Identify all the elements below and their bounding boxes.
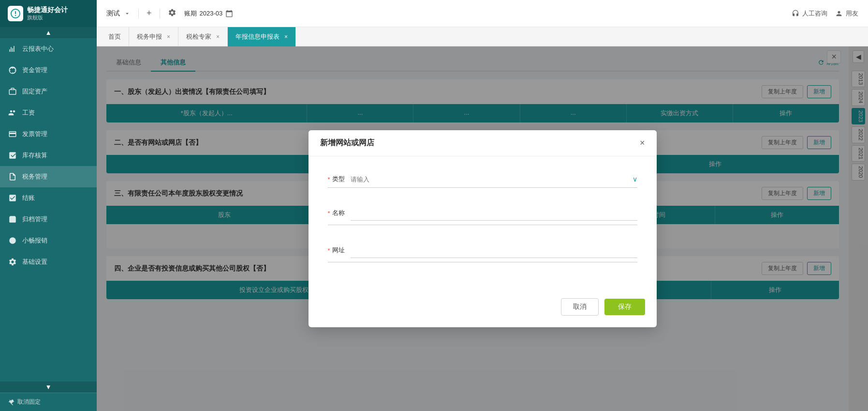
name-label: * 名称 (328, 209, 345, 217)
sidebar-item-label: 结账 (22, 194, 35, 202)
sidebar-item-tax[interactable]: 税务管理 (0, 166, 97, 187)
url-label: * 网址 (328, 246, 345, 255)
type-required: * (328, 176, 330, 183)
save-button[interactable]: 保存 (604, 299, 645, 315)
sidebar-item-archive[interactable]: 归档管理 (0, 209, 97, 230)
type-input[interactable] (351, 176, 633, 183)
fund-icon (8, 65, 17, 75)
payroll-icon (8, 108, 17, 118)
sidebar-item-label: 固定资产 (22, 87, 47, 96)
sidebar: 畅捷通好会计 旗舰版 ▲ 云报表中心 资金管理 固 (0, 0, 97, 411)
sidebar-header: 畅捷通好会计 旗舰版 (0, 0, 97, 27)
tab-annual-report[interactable]: 年报信息申报表 × (228, 27, 296, 46)
period-display: 账期 2023-03 (184, 9, 234, 18)
app-title: 畅捷通好会计 (27, 6, 68, 14)
tab-home-label: 首页 (108, 32, 121, 41)
type-label: * 类型 (328, 175, 345, 183)
service-button[interactable]: 人工咨询 (792, 9, 827, 18)
period-value: 2023-03 (200, 10, 223, 17)
sidebar-scroll-down[interactable]: ▼ (0, 381, 97, 393)
type-select-row: * 类型 ∨ (328, 171, 637, 188)
name-required: * (328, 210, 330, 217)
modal-footer: 取消 保存 (309, 290, 657, 327)
sidebar-item-assets[interactable]: 固定资产 (0, 81, 97, 102)
user-label: 用友 (846, 9, 858, 18)
sidebar-item-checkout[interactable]: 结账 (0, 187, 97, 209)
tab-annual-report-label: 年报信息申报表 (235, 32, 280, 41)
svg-point-0 (9, 237, 16, 244)
user-icon (835, 10, 843, 17)
modal-overlay: 新增网站或网店 × * 类型 ∨ (97, 46, 868, 411)
topbar-divider2 (160, 9, 160, 18)
tab-tax-expert-label: 税检专家 (186, 32, 211, 41)
tab-bar: 首页 税务申报 × 税检专家 × 年报信息申报表 × (97, 27, 868, 46)
gear-button[interactable] (168, 8, 177, 18)
company-name: 测试 (106, 9, 120, 18)
settings-icon (8, 257, 17, 267)
sidebar-item-cloud-report[interactable]: 云报表中心 (0, 38, 97, 60)
sidebar-item-label: 库存核算 (22, 151, 47, 160)
url-required: * (328, 247, 330, 254)
sidebar-item-label: 小畅报销 (22, 236, 47, 245)
invoice-icon (8, 129, 17, 139)
sidebar-item-label: 基础设置 (22, 258, 47, 266)
modal-close-button[interactable]: × (640, 138, 645, 148)
type-dropdown-icon[interactable]: ∨ (633, 175, 637, 183)
tab-home[interactable]: 首页 (101, 27, 129, 46)
tab-tax-report-close[interactable]: × (167, 33, 170, 40)
modal-header: 新增网站或网店 × (309, 130, 657, 156)
company-selector[interactable]: 测试 (106, 9, 131, 18)
modal-field-name: * 名称 (328, 201, 637, 225)
sidebar-item-xiaochang[interactable]: 小畅报销 (0, 230, 97, 251)
inventory-icon (8, 151, 17, 160)
sidebar-item-settings[interactable]: 基础设置 (0, 251, 97, 273)
sidebar-footer: 取消固定 (0, 393, 97, 411)
modal-add-website: 新增网站或网店 × * 类型 ∨ (309, 130, 657, 327)
app-title-group: 畅捷通好会计 旗舰版 (27, 6, 68, 21)
sidebar-item-label: 税务管理 (22, 172, 47, 181)
app-logo (8, 6, 23, 21)
assets-icon (8, 87, 17, 96)
period-label: 账期 (184, 9, 197, 18)
url-input[interactable] (351, 243, 637, 258)
sidebar-item-label: 资金管理 (22, 66, 47, 75)
archive-icon (8, 214, 17, 224)
sidebar-item-label: 工资 (22, 108, 35, 117)
add-button[interactable]: + (147, 8, 152, 18)
user-menu[interactable]: 用友 (835, 9, 858, 18)
sidebar-item-label: 发票管理 (22, 130, 47, 138)
tab-tax-expert-close[interactable]: × (216, 33, 220, 40)
modal-field-type: * 类型 ∨ (328, 171, 637, 188)
xiaochang-icon (8, 236, 17, 245)
checkout-icon (8, 193, 17, 203)
sidebar-item-invoice[interactable]: 发票管理 (0, 123, 97, 145)
chart-icon (8, 44, 17, 54)
name-input-row: * 名称 (328, 201, 637, 225)
sidebar-item-fund[interactable]: 资金管理 (0, 60, 97, 81)
sidebar-footer-label: 取消固定 (17, 398, 41, 406)
tab-tax-report[interactable]: 税务申报 × (129, 27, 178, 46)
topbar: 测试 + 账期 2023-03 人工咨询 用友 (97, 0, 868, 27)
sidebar-nav: 云报表中心 资金管理 固定资产 工资 (0, 38, 97, 381)
cancel-button[interactable]: 取消 (561, 298, 599, 316)
tab-tax-expert[interactable]: 税检专家 × (178, 27, 228, 46)
modal-field-url: * 网址 (328, 239, 637, 262)
topbar-divider (138, 9, 139, 18)
sidebar-item-payroll[interactable]: 工资 (0, 102, 97, 123)
sidebar-scroll-up[interactable]: ▲ (0, 27, 97, 38)
main-area: 测试 + 账期 2023-03 人工咨询 用友 (97, 0, 868, 411)
url-input-row: * 网址 (328, 239, 637, 262)
calendar-icon (225, 10, 233, 17)
sidebar-item-label: 云报表中心 (22, 45, 54, 53)
name-input[interactable] (351, 205, 637, 221)
sidebar-item-label: 归档管理 (22, 215, 47, 224)
service-label: 人工咨询 (802, 9, 827, 18)
tab-annual-report-close[interactable]: × (284, 33, 288, 40)
content-area: 基础信息 其他信息 刷新 一、股东（发起人）出资情况【有限责任公司填写】 (97, 46, 868, 411)
unpin-button[interactable]: 取消固定 (8, 398, 89, 406)
sidebar-item-inventory[interactable]: 库存核算 (0, 145, 97, 166)
modal-title: 新增网站或网店 (320, 138, 374, 148)
topbar-right: 人工咨询 用友 (792, 9, 858, 18)
app-version: 旗舰版 (27, 14, 68, 21)
modal-body: * 类型 ∨ * 名 (309, 156, 657, 290)
